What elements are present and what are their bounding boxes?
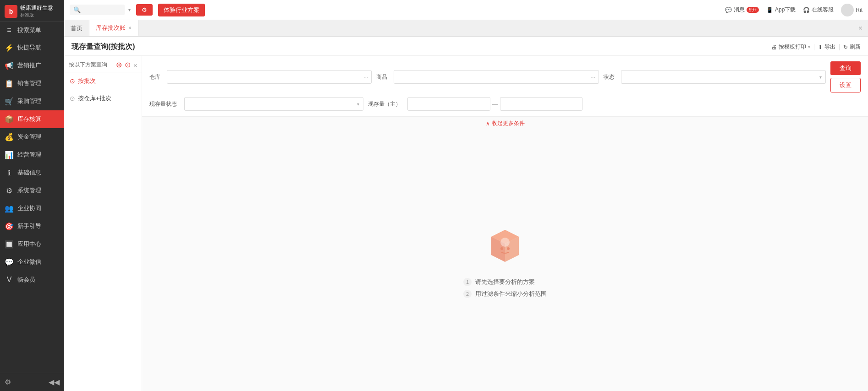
product-dots[interactable]: ··· [590,73,596,81]
sidebar-header: b 畅康通好生意 标准版 [0,0,64,22]
export-label: 导出 [824,43,835,51]
print-icon: 🖨 [771,44,777,50]
plan-settings-icon[interactable]: ⊙ [125,60,131,69]
sidebar-item-label-9: 系统管理 [17,186,41,195]
sidebar-footer: ⚙ ◀◀ [0,373,64,391]
warehouse-dots[interactable]: ··· [363,73,369,81]
close-all-tabs-button[interactable]: × [853,24,868,33]
add-plan-icon[interactable]: ⊕ [116,60,122,69]
sidebar-item-快捷导航[interactable]: ⚡快捷导航 [0,39,64,57]
action-divider-1 [814,44,814,50]
tabbar: 首页 库存批次账 × × [64,20,868,37]
sidebar-item-经营管理[interactable]: 📊经营管理 [0,146,64,164]
product-label: 商品 [376,73,391,81]
svg-point-4 [500,238,510,247]
inventory-qty-label: 现存量（主） [368,100,405,108]
sidebar-item-icon-9: ⚙ [5,186,14,195]
sidebar-item-搜索菜单[interactable]: ≡搜索菜单 [0,22,64,39]
refresh-button[interactable]: ↻ 刷新 [843,43,861,51]
sidebar-item-label-10: 企业协同 [17,204,41,212]
left-panel-item-0[interactable]: ⊙按批次 [64,72,142,90]
industry-button[interactable]: 体验行业方案 [158,4,205,16]
online-service-item[interactable]: 🎧 在线客服 [803,6,834,14]
settings-icon[interactable]: ⚙ [5,378,11,386]
search-chevron-icon[interactable]: ▾ [128,7,131,12]
sidebar: b 畅康通好生意 标准版 ≡搜索菜单⚡快捷导航📢营销推广📋销售管理🛒采购管理📦库… [0,0,64,391]
tab-close-icon[interactable]: × [128,25,132,31]
main-area: 🔍 ▾ ⚙ 体验行业方案 💬 消息 99+ 📱 App下载 🎧 在线客服 Rit [64,0,868,391]
message-icon: 💬 [725,7,732,13]
export-button[interactable]: ⬆ 导出 [818,43,835,51]
sidebar-item-icon-6: 💰 [5,133,14,141]
sidebar-item-label-0: 搜索菜单 [17,26,41,34]
sidebar-item-icon-11: 🎯 [5,222,14,231]
product-input-wrap[interactable]: ··· [394,70,599,84]
svg-point-5 [500,247,503,250]
sidebar-item-企业微信[interactable]: 💬企业微信 [0,253,64,271]
left-panel-actions: ⊕ ⊙ « [116,60,137,69]
sidebar-item-资金管理[interactable]: 💰资金管理 [0,128,64,146]
app-download-item[interactable]: 📱 App下载 [766,6,796,14]
tab-home[interactable]: 首页 [64,20,89,36]
inventory-qty-max-input-wrap[interactable] [500,97,582,111]
sidebar-item-icon-2: 📢 [5,61,14,70]
sidebar-item-label-12: 应用中心 [17,240,41,248]
print-button[interactable]: 🖨 按模板打印 ▾ [771,43,810,51]
settings-button[interactable]: 设置 [830,78,861,92]
empty-illustration [482,223,528,269]
sidebar-item-label-6: 资金管理 [17,133,41,141]
sidebar-item-新手引导[interactable]: 🎯新手引导 [0,217,64,235]
status-select[interactable]: ▾ [621,70,826,84]
left-panel-items: ⊙按批次⊙按仓库+批次 [64,72,142,107]
inventory-qty-max-input[interactable] [503,101,579,107]
search-input[interactable] [82,7,119,13]
collapse-label: 收起更多条件 [492,119,525,127]
warehouse-input[interactable] [170,74,363,80]
sidebar-item-库存核算[interactable]: 📦库存核算 [0,110,64,128]
messages-item[interactable]: 💬 消息 99+ [725,6,759,14]
user-item[interactable]: Rit [841,4,863,16]
tip-text-1: 请先选择要分析的方案 [475,278,535,286]
sidebar-item-应用中心[interactable]: 🔲应用中心 [0,235,64,253]
sidebar-item-label-1: 快捷导航 [17,43,41,52]
app-name: 畅康通好生意 [20,5,53,12]
sidebar-item-基础信息[interactable]: ℹ基础信息 [0,164,64,182]
sidebar-item-label-13: 企业微信 [17,258,41,266]
collapse-more-button[interactable]: ∧ 收起更多条件 [142,117,868,130]
sidebar-item-畅会员[interactable]: V畅会员 [0,271,64,288]
industry-solution-icon: ⚙ [136,4,153,16]
sidebar-item-采购管理[interactable]: 🛒采购管理 [0,92,64,110]
lpi-icon-1: ⊙ [70,95,75,102]
sidebar-item-系统管理[interactable]: ⚙系统管理 [0,182,64,200]
sidebar-item-icon-8: ℹ [5,168,14,177]
empty-tip-1: 1 请先选择要分析的方案 [463,278,547,286]
inventory-qty-min-input-wrap[interactable] [407,97,490,111]
close-all-icon: × [858,24,863,32]
left-panel-item-1[interactable]: ⊙按仓库+批次 [64,90,142,107]
warehouse-input-wrap[interactable]: ··· [167,70,372,84]
inventory-batch-tab-label: 库存批次账 [96,24,126,32]
print-chevron-icon: ▾ [808,44,810,49]
online-service-label: 在线客服 [812,6,834,14]
print-label: 按模板打印 [779,43,806,51]
sidebar-item-企业协同[interactable]: 👥企业协同 [0,200,64,217]
lpi-label-1: 按仓库+批次 [78,94,111,103]
tip-num-2: 2 [463,290,472,298]
collapse-panel-icon[interactable]: « [133,61,137,69]
sidebar-item-营销推广[interactable]: 📢营销推广 [0,57,64,75]
data-area: 1 请先选择要分析的方案 2 用过滤条件来缩小分析范围 [142,130,868,391]
query-button[interactable]: 查询 [830,61,861,75]
product-input[interactable] [397,74,590,80]
sidebar-item-销售管理[interactable]: 📋销售管理 [0,75,64,92]
tab-inventory-batch[interactable]: 库存批次账 × [89,20,138,36]
sidebar-item-icon-14: V [5,276,14,284]
status-chevron-icon: ▾ [819,75,822,80]
collapse-sidebar-icon[interactable]: ◀◀ [49,378,60,386]
inventory-qty-min-input[interactable] [411,101,487,107]
inventory-status-select[interactable]: ▾ [184,97,363,111]
sidebar-item-icon-7: 📊 [5,151,14,159]
empty-tips: 1 请先选择要分析的方案 2 用过滤条件来缩小分析范围 [463,278,547,298]
filter-area: 仓库 ··· 商品 ··· 状态 [142,56,868,117]
sidebar-item-label-4: 采购管理 [17,97,41,105]
search-input-wrap[interactable]: 🔍 [70,5,125,15]
